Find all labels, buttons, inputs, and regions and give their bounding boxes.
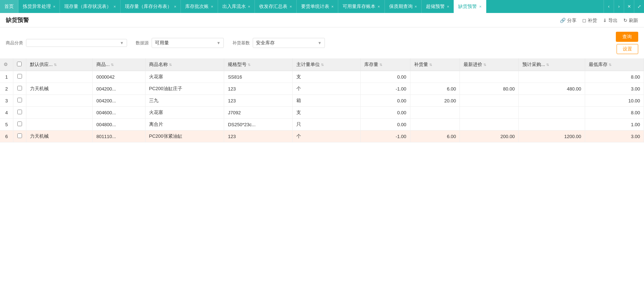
row-replenish: 20.00 xyxy=(410,95,460,107)
row-product-name: PC200张紧油缸 xyxy=(145,131,224,142)
table-row: 3 004200... 三九 123 箱 0.00 20.00 10.00 xyxy=(0,95,644,107)
datasource-chevron-icon: ▼ xyxy=(217,41,221,45)
tab-close-available[interactable]: × xyxy=(378,4,380,9)
row-stock: -1.00 xyxy=(360,131,410,142)
tab-flow[interactable]: 出入库流水 × xyxy=(218,0,255,13)
row-product-name: PC200油缸庄子 xyxy=(145,83,224,95)
tab-maximize-btn[interactable]: ⤢ xyxy=(634,0,644,13)
tab-close-exception[interactable]: × xyxy=(53,4,55,9)
row-stock: 0.00 xyxy=(360,107,410,119)
col-latest-price: 最新进价 ⇅ xyxy=(460,58,519,71)
row-checkbox[interactable] xyxy=(17,122,22,126)
datasource-value: 可用量 xyxy=(155,40,169,46)
row-checkbox-cell xyxy=(13,71,26,83)
row-spec: DS250*23c... xyxy=(224,119,292,131)
tab-bar-end: ‹ › ✕ ⤢ xyxy=(604,0,644,13)
sort-icon-name[interactable]: ⇅ xyxy=(169,63,172,67)
page-title: 缺货预警 xyxy=(6,17,29,24)
table-row: 4 004600... 火花塞 J7092 支 0.00 8.00 xyxy=(0,107,644,119)
tab-close-overstock[interactable]: × xyxy=(447,4,449,9)
replenish-basis-value: 安全库存 xyxy=(256,40,275,46)
row-latest-price: 200.00 xyxy=(460,131,519,142)
tab-available[interactable]: 可用量库存账本 × xyxy=(338,0,384,13)
settings-button[interactable]: 设置 xyxy=(617,44,638,54)
row-estimated-purchase xyxy=(519,107,585,119)
datasource-select[interactable]: 可用量 ▼ xyxy=(152,38,224,48)
col-checkbox xyxy=(13,58,26,71)
tab-close-all-btn[interactable]: ✕ xyxy=(624,0,634,13)
export-button[interactable]: ⇓ 导出 xyxy=(603,17,618,24)
row-latest-price xyxy=(460,119,519,131)
tab-inventory-dist[interactable]: 现存量（库存分布表） × xyxy=(121,0,181,13)
row-estimated-purchase xyxy=(519,119,585,131)
sort-icon-stock[interactable]: ⇅ xyxy=(379,63,382,67)
share-button[interactable]: 🔗 分享 xyxy=(560,17,576,24)
row-checkbox[interactable] xyxy=(17,98,22,102)
tab-close-batch[interactable]: × xyxy=(211,4,213,9)
row-checkbox[interactable] xyxy=(17,74,22,79)
tab-home[interactable]: 首页 xyxy=(0,0,18,13)
sort-icon-estimated[interactable]: ⇅ xyxy=(546,63,549,67)
row-replenish: 6.00 xyxy=(410,83,460,95)
col-replenish: 补货量 ⇅ xyxy=(410,58,460,71)
replenish-icon: ◻ xyxy=(582,18,586,23)
refresh-button[interactable]: ↻ 刷新 xyxy=(623,17,638,24)
tab-close-flow[interactable]: × xyxy=(248,4,250,9)
row-latest-price xyxy=(460,107,519,119)
replenish-basis-select[interactable]: 安全库存 ▼ xyxy=(253,38,325,48)
row-min-stock: 3.00 xyxy=(585,83,644,95)
row-min-stock: 3.00 xyxy=(585,131,644,142)
row-checkbox[interactable] xyxy=(17,110,22,114)
tab-close-shortage[interactable]: × xyxy=(479,4,481,9)
tab-batch[interactable]: 库存批次账 × xyxy=(181,0,218,13)
tab-close-inventory-status[interactable]: × xyxy=(113,4,116,9)
column-settings-icon[interactable]: ⚙ xyxy=(4,62,9,67)
shortage-table: ⚙ 默认供应... ⇅ 商品... ⇅ xyxy=(0,58,644,142)
tab-expiry[interactable]: 保质期查询 × xyxy=(385,0,422,13)
tab-inventory-status[interactable]: 现存量（库存状况表） × xyxy=(60,0,120,13)
row-checkbox[interactable] xyxy=(17,133,22,138)
row-checkbox[interactable] xyxy=(17,86,22,90)
share-icon: 🔗 xyxy=(560,18,566,23)
sort-icon-supplier[interactable]: ⇅ xyxy=(54,63,57,67)
replenish-button[interactable]: ◻ 补货 xyxy=(582,17,597,24)
row-latest-price: 80.00 xyxy=(460,83,519,95)
row-unit: 支 xyxy=(292,71,360,83)
row-checkbox-cell xyxy=(13,83,26,95)
tab-close-demand[interactable]: × xyxy=(331,4,334,9)
tab-exception[interactable]: 拣货异常处理 × xyxy=(18,0,60,13)
sort-icon-min-stock[interactable]: ⇅ xyxy=(609,63,612,67)
row-spec: J7092 xyxy=(224,107,292,119)
tab-close-inventory-dist[interactable]: × xyxy=(174,4,176,9)
category-select[interactable]: ▼ xyxy=(26,39,127,47)
row-settings-cell: 6 xyxy=(0,131,13,142)
tab-close-expiry[interactable]: × xyxy=(415,4,417,9)
sort-icon-replenish[interactable]: ⇅ xyxy=(429,63,432,67)
sort-icon-price[interactable]: ⇅ xyxy=(483,63,486,67)
tab-overstock[interactable]: 超储预警 × xyxy=(422,0,454,13)
sort-icon-spec[interactable]: ⇅ xyxy=(248,63,251,67)
row-product-name: 火花塞 xyxy=(145,71,224,83)
col-settings: ⚙ xyxy=(0,58,13,71)
row-supplier xyxy=(26,71,93,83)
tab-shortage[interactable]: 缺货预警 × xyxy=(454,0,486,13)
row-unit: 支 xyxy=(292,107,360,119)
col-product-code: 商品... ⇅ xyxy=(92,58,145,71)
main-content: 缺货预警 🔗 分享 ◻ 补货 ⇓ 导出 ↻ 刷新 商品分类 xyxy=(0,13,644,287)
tab-summary[interactable]: 收发存汇总表 × xyxy=(255,0,296,13)
sort-icon-unit[interactable]: ⇅ xyxy=(321,63,324,67)
query-button[interactable]: 查询 xyxy=(616,32,638,42)
tab-next-btn[interactable]: › xyxy=(614,0,624,13)
select-all-checkbox[interactable] xyxy=(17,62,22,66)
category-chevron-icon: ▼ xyxy=(120,41,124,45)
row-product-code: 004800... xyxy=(92,119,145,131)
sort-icon-code[interactable]: ⇅ xyxy=(111,63,114,67)
tab-prev-btn[interactable]: ‹ xyxy=(604,0,614,13)
table-header-row: ⚙ 默认供应... ⇅ 商品... ⇅ xyxy=(0,58,644,71)
filter-area: 商品分类 ▼ 数据源 可用量 ▼ 补货基数 安全库存 ▼ 查询 设置 xyxy=(0,27,644,58)
row-spec: 123 xyxy=(224,83,292,95)
row-replenish xyxy=(410,71,460,83)
tab-close-summary[interactable]: × xyxy=(290,4,292,9)
tab-demand[interactable]: 要货单统计表 × xyxy=(297,0,338,13)
row-min-stock: 8.00 xyxy=(585,107,644,119)
